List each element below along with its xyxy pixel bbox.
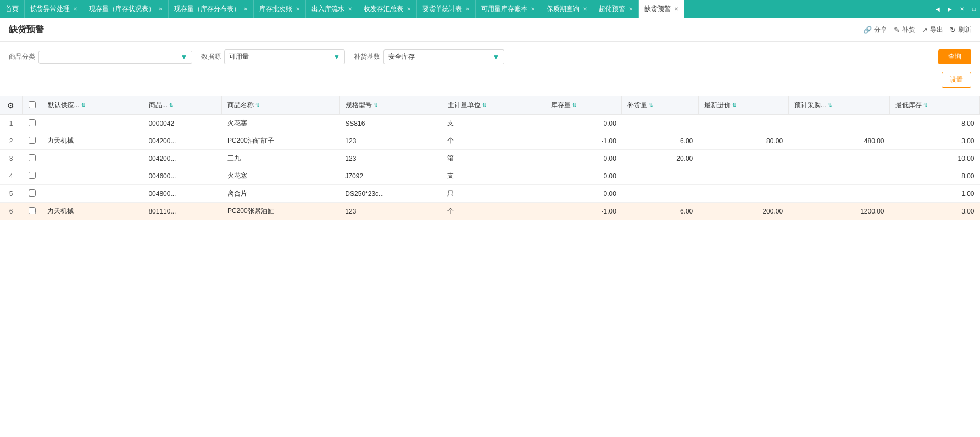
category-select[interactable]: ▼ bbox=[38, 51, 192, 64]
share-label: 分享 bbox=[874, 25, 887, 35]
sort-default-supplier-icon: ⇅ bbox=[81, 103, 86, 108]
table-row: 10000042火花塞SS816支0.008.00 bbox=[0, 115, 980, 132]
tab-inout-flow-close[interactable]: ✕ bbox=[348, 6, 352, 12]
tab-next-btn[interactable]: ▶ bbox=[944, 0, 956, 18]
th-unit-label: 主计量单位 bbox=[448, 100, 481, 110]
row-product-name: 三九 bbox=[222, 150, 339, 167]
query-button[interactable]: 查询 bbox=[938, 49, 971, 64]
sort-unit-icon: ⇅ bbox=[482, 103, 487, 108]
row-replenish-qty bbox=[622, 115, 698, 132]
th-estimated-purchase-inner: 预计采购... ⇅ bbox=[794, 100, 884, 110]
tab-overstock[interactable]: 超储预警 ✕ bbox=[593, 0, 639, 18]
tab-shortage[interactable]: 缺货预警 ✕ bbox=[639, 0, 684, 18]
table-row: 5004800...离合片DS250*23c...只0.001.00 bbox=[0, 185, 980, 203]
th-spec[interactable]: 规格型号 ⇅ bbox=[339, 96, 442, 115]
row-latest-price bbox=[698, 185, 788, 203]
row-checkbox[interactable] bbox=[29, 137, 36, 144]
datasource-label: 数据源 bbox=[201, 52, 221, 61]
th-replenish-qty[interactable]: 补货量 ⇅ bbox=[622, 96, 698, 115]
tab-inventory-status[interactable]: 现存量（库存状况表） ✕ bbox=[83, 0, 169, 18]
th-replenish-qty-label: 补货量 bbox=[627, 100, 647, 110]
th-gear[interactable]: ⚙ bbox=[0, 96, 22, 115]
th-min-stock[interactable]: 最低库存 ⇅ bbox=[890, 96, 980, 115]
tab-abnormal-label: 拣货异常处理 bbox=[30, 4, 70, 14]
row-stock: 0.00 bbox=[545, 167, 622, 185]
sort-latest-price-icon: ⇅ bbox=[732, 103, 737, 108]
row-replenish-qty: 6.00 bbox=[622, 203, 698, 220]
th-product-code[interactable]: 商品... ⇅ bbox=[143, 96, 221, 115]
tab-inventory-dist-close[interactable]: ✕ bbox=[243, 6, 248, 12]
row-checkbox-cell bbox=[22, 185, 42, 203]
tab-batch-account-close[interactable]: ✕ bbox=[296, 6, 300, 12]
row-product-code: 004800... bbox=[143, 185, 221, 203]
sort-product-code-icon: ⇅ bbox=[169, 103, 174, 108]
tab-inout-flow[interactable]: 出入库流水 ✕ bbox=[306, 0, 358, 18]
share-button[interactable]: 🔗 分享 bbox=[863, 25, 887, 35]
export-label: 导出 bbox=[930, 25, 943, 35]
replenish-button[interactable]: ✎ 补货 bbox=[894, 25, 915, 35]
tab-expiry-query[interactable]: 保质期查询 ✕ bbox=[541, 0, 593, 18]
th-checkbox[interactable] bbox=[22, 96, 42, 115]
tab-abnormal[interactable]: 拣货异常处理 ✕ bbox=[25, 0, 83, 18]
row-checkbox[interactable] bbox=[29, 189, 36, 197]
settings-button[interactable]: 设置 bbox=[942, 72, 971, 88]
tab-batch-account[interactable]: 库存批次账 ✕ bbox=[254, 0, 306, 18]
tab-shortage-close[interactable]: ✕ bbox=[674, 6, 678, 12]
category-label: 商品分类 bbox=[9, 52, 35, 61]
th-latest-price[interactable]: 最新进价 ⇅ bbox=[698, 96, 788, 115]
th-product-name[interactable]: 商品名称 ⇅ bbox=[222, 96, 339, 115]
tab-receipt-summary-close[interactable]: ✕ bbox=[407, 6, 411, 12]
row-product-code: 004200... bbox=[143, 150, 221, 167]
row-latest-price bbox=[698, 115, 788, 132]
tab-prev-btn[interactable]: ◀ bbox=[932, 0, 944, 18]
tab-order-stat-close[interactable]: ✕ bbox=[465, 6, 470, 12]
row-stock: -1.00 bbox=[545, 132, 622, 150]
row-checkbox[interactable] bbox=[29, 154, 36, 161]
th-default-supplier[interactable]: 默认供应... ⇅ bbox=[42, 96, 143, 115]
row-latest-price: 200.00 bbox=[698, 203, 788, 220]
tab-receipt-summary[interactable]: 收发存汇总表 ✕ bbox=[358, 0, 417, 18]
th-unit[interactable]: 主计量单位 ⇅ bbox=[442, 96, 545, 115]
row-checkbox[interactable] bbox=[29, 207, 36, 214]
th-estimated-purchase[interactable]: 预计采购... ⇅ bbox=[788, 96, 889, 115]
datasource-select[interactable]: 可用量 ▼ bbox=[224, 49, 345, 64]
row-checkbox[interactable] bbox=[29, 119, 36, 126]
select-all-checkbox[interactable] bbox=[29, 101, 36, 108]
datasource-filter-group: 数据源 可用量 ▼ bbox=[201, 49, 345, 64]
refresh-button[interactable]: ↻ 刷新 bbox=[950, 25, 971, 35]
replenish-base-select[interactable]: 安全库存 ▼ bbox=[383, 49, 504, 64]
row-min-stock: 8.00 bbox=[890, 115, 980, 132]
tab-expiry-query-close[interactable]: ✕ bbox=[583, 6, 587, 12]
th-product-name-label: 商品名称 bbox=[227, 100, 254, 110]
tab-available-ledger-close[interactable]: ✕ bbox=[531, 6, 535, 12]
tab-inventory-status-close[interactable]: ✕ bbox=[158, 6, 163, 12]
th-stock[interactable]: 库存量 ⇅ bbox=[545, 96, 622, 115]
tab-maximize-btn[interactable]: □ bbox=[968, 0, 980, 18]
th-product-code-label: 商品... bbox=[149, 100, 168, 110]
th-min-stock-label: 最低库存 bbox=[895, 100, 922, 110]
settings-btn-container: 设置 bbox=[942, 72, 971, 88]
tab-close-all-btn[interactable]: ✕ bbox=[956, 0, 968, 18]
th-product-name-inner: 商品名称 ⇅ bbox=[227, 100, 333, 110]
row-product-code: 004600... bbox=[143, 167, 221, 185]
row-checkbox[interactable] bbox=[29, 172, 36, 179]
row-spec: 123 bbox=[339, 203, 442, 220]
replenish-icon: ✎ bbox=[894, 26, 900, 34]
table-row: 3004200...三九123箱0.0020.0010.00 bbox=[0, 150, 980, 167]
th-default-supplier-label: 默认供应... bbox=[48, 100, 80, 110]
row-spec: SS816 bbox=[339, 115, 442, 132]
tab-abnormal-close[interactable]: ✕ bbox=[73, 6, 77, 12]
tab-inventory-dist[interactable]: 现存量（库存分布表） ✕ bbox=[169, 0, 254, 18]
row-product-code: 801110... bbox=[143, 203, 221, 220]
header-actions: 🔗 分享 ✎ 补货 ↗ 导出 ↻ 刷新 bbox=[863, 25, 971, 35]
tab-home[interactable]: 首页 bbox=[0, 0, 25, 18]
tab-available-ledger[interactable]: 可用量库存账本 ✕ bbox=[476, 0, 541, 18]
sort-estimated-purchase-icon: ⇅ bbox=[828, 103, 832, 108]
row-unit: 只 bbox=[442, 185, 545, 203]
sort-spec-icon: ⇅ bbox=[374, 103, 378, 108]
tab-order-stat[interactable]: 要货单统计表 ✕ bbox=[417, 0, 476, 18]
th-spec-inner: 规格型号 ⇅ bbox=[346, 100, 436, 110]
row-spec: DS250*23c... bbox=[339, 185, 442, 203]
export-button[interactable]: ↗ 导出 bbox=[922, 25, 943, 35]
tab-overstock-close[interactable]: ✕ bbox=[628, 6, 633, 12]
